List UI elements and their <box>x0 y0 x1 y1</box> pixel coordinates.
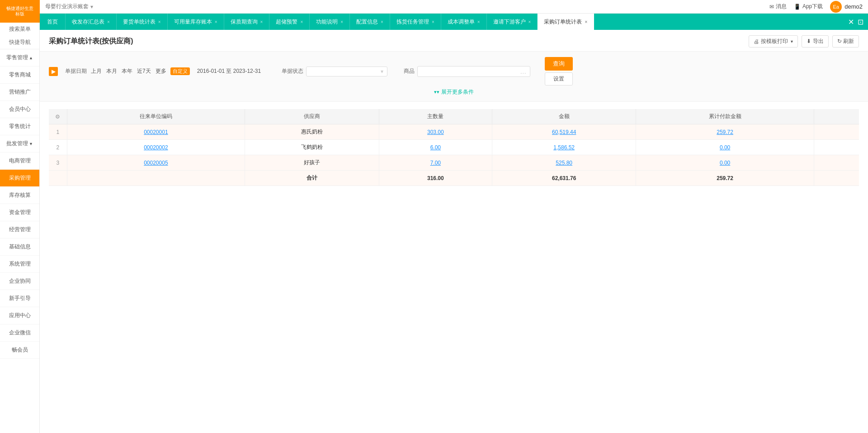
close-icon[interactable]: × <box>381 19 383 24</box>
sidebar-search[interactable]: 搜索菜单 <box>9 23 31 36</box>
query-button[interactable]: 查询 <box>545 57 573 71</box>
message-icon: ✉ <box>769 4 774 10</box>
sidebar-item-xitong[interactable]: 系统管理 <box>0 256 39 273</box>
cell-supplier-2: 飞鹤奶粉 <box>245 140 379 155</box>
cell-paid-3[interactable]: 0.00 <box>636 155 814 171</box>
sidebar-shortcut[interactable]: 快捷导航 <box>0 36 39 49</box>
tab-caigou[interactable]: 采购订单统计表 × <box>538 14 594 30</box>
tab-zhihuo[interactable]: 拣货任务管理 × <box>390 14 441 30</box>
sidebar-item-caigou[interactable]: 采购管理 <box>0 170 39 187</box>
sidebar-item-lingshou[interactable]: 零售管理 ▲ <box>0 49 39 67</box>
close-icon[interactable]: × <box>340 19 343 24</box>
close-icon[interactable]: × <box>528 19 531 24</box>
status-select[interactable]: ▾ <box>306 67 387 76</box>
shortcut-this-year[interactable]: 本年 <box>120 67 134 76</box>
window-close-button[interactable]: ✕ <box>848 18 854 26</box>
footer-empty-2 <box>67 171 245 186</box>
sidebar-item-xinshou[interactable]: 新手引导 <box>0 290 39 307</box>
expand-chevron-icon: ▾▾ <box>434 89 439 95</box>
shortcut-this-month[interactable]: 本月 <box>105 67 118 76</box>
tab-shoufahuizong[interactable]: 收发存汇总表 × <box>66 14 117 30</box>
more-icon[interactable]: … <box>520 68 526 75</box>
goods-label: 商品 <box>404 67 415 75</box>
tab-chaochu[interactable]: 超储预警 × <box>269 14 310 30</box>
cell-code-1[interactable]: 00020001 <box>67 124 245 140</box>
close-icon[interactable]: × <box>158 19 161 24</box>
sidebar-item-weixin[interactable]: 企业微信 <box>0 324 39 342</box>
sidebar-item-zijin[interactable]: 资金管理 <box>0 204 39 221</box>
footer-qty: 316.00 <box>379 171 492 186</box>
refresh-button[interactable]: ↻ 刷新 <box>832 35 859 48</box>
tab-home[interactable]: 首页 <box>40 14 66 30</box>
shortcut-last-month[interactable]: 上月 <box>90 67 103 76</box>
tab-yaoqing[interactable]: 邀请下游客户 × <box>487 14 538 30</box>
message-button[interactable]: ✉ 消息 <box>769 3 787 10</box>
topbar-right: ✉ 消息 📱 App下载 Ea demo2 <box>769 1 863 13</box>
sidebar-item-yingxiao[interactable]: 营销推广 <box>0 84 39 101</box>
app-download-button[interactable]: 📱 App下载 <box>794 3 823 10</box>
sidebar-item-kucun[interactable]: 库存核算 <box>0 187 39 204</box>
chevron-down-icon: ▲ <box>29 56 33 60</box>
print-dropdown-icon[interactable]: ▾ <box>791 39 793 44</box>
close-icon[interactable]: × <box>477 19 480 24</box>
cell-qty-1[interactable]: 303.00 <box>379 124 492 140</box>
cell-amount-2[interactable]: 1,586.52 <box>492 140 636 155</box>
cell-amount-1[interactable]: 60,519.44 <box>492 124 636 140</box>
sidebar-item-qiye[interactable]: 企业协同 <box>0 273 39 290</box>
goods-input[interactable]: … <box>417 66 530 77</box>
sidebar-item-yingyong[interactable]: 应用中心 <box>0 307 39 324</box>
cell-amount-3[interactable]: 525.80 <box>492 155 636 171</box>
print-button[interactable]: 🖨 按模板打印 ▾ <box>749 35 798 48</box>
date-range-display[interactable]: 2016-01-01 至 2023-12-31 <box>197 67 261 75</box>
tab-keyongliang[interactable]: 可用量库存账本 × <box>168 14 224 30</box>
settings-button[interactable]: 设置 <box>545 72 573 86</box>
filter-area: ▶ 单据日期 上月 本月 本年 近7天 更多 自定义 2016-01-01 至 … <box>40 52 868 102</box>
sidebar-logo[interactable]: 畅捷通好生意 标版 <box>0 0 40 23</box>
sidebar-item-changhui[interactable]: 畅会员 <box>0 342 39 359</box>
sidebar-item-lingshoutongji[interactable]: 零售统计 <box>0 118 39 135</box>
gear-icon[interactable]: ⚙ <box>55 114 60 120</box>
page-actions: 🖨 按模板打印 ▾ ⬇ 导出 ↻ 刷新 <box>749 35 859 48</box>
cell-qty-2[interactable]: 6.00 <box>379 140 492 155</box>
sidebar-item-lingshougouwu[interactable]: 零售商城 <box>0 67 39 84</box>
tab-yaohuo[interactable]: 要货单统计表 × <box>117 14 168 30</box>
date-filter-item: 单据日期 上月 本月 本年 近7天 更多 自定义 <box>65 67 190 76</box>
dropdown-icon[interactable]: ▾ <box>90 4 93 10</box>
cell-paid-1[interactable]: 259.72 <box>636 124 814 140</box>
close-icon[interactable]: × <box>107 19 110 24</box>
cell-rownum-1: 1 <box>49 124 67 140</box>
chevron-down-icon: ▼ <box>29 142 33 146</box>
col-gear[interactable]: ⚙ <box>49 109 67 124</box>
sidebar-item-huiyuan[interactable]: 会员中心 <box>0 101 39 118</box>
shortcut-more[interactable]: 更多 <box>154 67 168 76</box>
user-menu[interactable]: Ea demo2 <box>830 1 863 13</box>
shortcut-7days[interactable]: 近7天 <box>136 67 152 76</box>
sidebar-item-jichu[interactable]: 基础信息 <box>0 238 39 256</box>
tab-chengben[interactable]: 成本调整单 × <box>441 14 487 30</box>
window-restore-button[interactable]: ⊡ <box>858 18 863 26</box>
tab-gongneng[interactable]: 功能说明 × <box>310 14 350 30</box>
cell-qty-3[interactable]: 7.00 <box>379 155 492 171</box>
collapse-filter-button[interactable]: ▶ <box>49 67 58 76</box>
cell-code-3[interactable]: 00020005 <box>67 155 245 171</box>
close-icon[interactable]: × <box>300 19 303 24</box>
cell-paid-2[interactable]: 0.00 <box>636 140 814 155</box>
tab-peizhi[interactable]: 配置信息 × <box>350 14 390 30</box>
tab-baogong[interactable]: 保质期查询 × <box>224 14 270 30</box>
sidebar-item-jingying[interactable]: 经营管理 <box>0 221 39 238</box>
footer-paid: 259.72 <box>636 171 814 186</box>
cell-code-2[interactable]: 00020002 <box>67 140 245 155</box>
close-icon[interactable]: × <box>432 19 434 24</box>
workspace-title: 母婴行业演示账套 ▾ <box>45 3 93 10</box>
close-icon[interactable]: × <box>585 19 587 24</box>
col-paid: 累计付款金额 <box>636 109 814 124</box>
topbar: 母婴行业演示账套 ▾ ✉ 消息 📱 App下载 Ea demo2 <box>40 0 868 14</box>
sidebar-item-dianshang[interactable]: 电商管理 <box>0 152 39 170</box>
sidebar-item-pifa[interactable]: 批发管理 ▼ <box>0 135 39 152</box>
table-row: 2 00020002 飞鹤奶粉 6.00 1,586.52 0.00 <box>49 140 859 155</box>
expand-more-button[interactable]: ▾▾ 展开更多条件 <box>49 86 859 96</box>
export-button[interactable]: ⬇ 导出 <box>802 35 828 48</box>
close-icon[interactable]: × <box>260 19 263 24</box>
close-icon[interactable]: × <box>215 19 217 24</box>
content-area: 采购订单统计表(按供应商) 🖨 按模板打印 ▾ ⬇ 导出 ↻ 刷新 <box>40 30 868 433</box>
